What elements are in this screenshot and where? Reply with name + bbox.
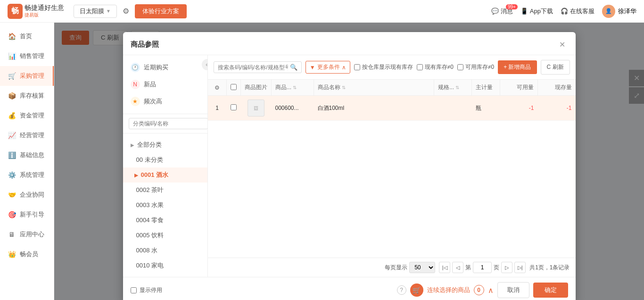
row-stock: -1 (538, 96, 576, 121)
product-search-input[interactable] (218, 64, 288, 71)
sidebar-nav: 🏠 首页 📊 销售管理 🛒 采购管理 📦 库存核算 💰 资金管理 📈 经 (0, 23, 54, 264)
chk-available[interactable]: 可用库存≠0 (457, 63, 494, 71)
sidebar: 🏠 首页 📊 销售管理 🛒 采购管理 📦 库存核算 💰 资金管理 📈 经 (0, 23, 54, 300)
cat-beverage[interactable]: 0005 饮料 (123, 228, 207, 243)
cat-uncategorized[interactable]: 00 未分类 (123, 152, 207, 167)
help-icon[interactable]: ? (397, 285, 406, 295)
finance-icon: 💰 (8, 111, 16, 120)
store-arrow-icon: ▼ (106, 8, 111, 14)
chk-by-warehouse[interactable]: 按仓库显示现有库存 (354, 63, 413, 71)
confirm-btn[interactable]: 确定 (533, 283, 568, 298)
next-page-btn[interactable]: ▷ (501, 262, 512, 273)
sidebar-item-vip[interactable]: 👑 畅会员 (0, 244, 54, 264)
table-settings-icon[interactable]: ⚙ (215, 84, 220, 91)
pagination-bar: 每页显示 50 100 200 |◁ ◁ 第 (208, 258, 576, 277)
tab-frequent[interactable]: ★ 频次高 (123, 93, 207, 110)
avatar: 👤 (602, 5, 615, 18)
cat-liquor[interactable]: ▶ 0001 酒水 (123, 167, 207, 183)
sidebar-item-guide[interactable]: 🎯 新手引导 (0, 205, 54, 225)
row-checkbox[interactable] (227, 96, 241, 121)
left-panel: « 🕐 近期购买 N 新品 ★ 频次高 (123, 55, 208, 277)
sidebar-item-purchase[interactable]: 🛒 采购管理 (0, 66, 54, 86)
page-number-input[interactable] (473, 262, 492, 273)
sidebar-item-sales[interactable]: 📊 销售管理 (0, 46, 54, 66)
cat-appliance[interactable]: 0010 家电 (123, 258, 207, 273)
new-icon: N (131, 80, 140, 89)
tab-new-product[interactable]: N 新品 (123, 76, 207, 93)
th-avail: 可用量 (500, 80, 538, 96)
cat-water[interactable]: 0008 水 (123, 243, 207, 258)
th-product-code[interactable]: 商品...⇅ (272, 80, 314, 96)
user-area[interactable]: 👤 徐泽华 (602, 5, 636, 18)
th-product-name[interactable]: 商品名称⇅ (314, 80, 434, 96)
product-table-wrap: ⚙ 商品图片 (208, 80, 576, 258)
product-image-placeholder: 🖼 (248, 100, 264, 117)
cat-snack[interactable]: 0004 零食 (123, 213, 207, 228)
logo-icon: 畅 (8, 4, 23, 19)
nav-online-service[interactable]: 🎧 在线客服 (561, 7, 594, 16)
nav-right: 💬 消息 99+ 📱 App下载 🎧 在线客服 👤 徐泽华 (491, 5, 636, 18)
message-icon: 💬 (491, 8, 499, 15)
tab-recent-purchase[interactable]: 🕐 近期购买 (123, 59, 207, 76)
sidebar-item-operations[interactable]: 📈 经营管理 (0, 125, 54, 145)
logo-sub: 捷易版 (25, 12, 64, 18)
app-center-icon: 🖥 (8, 230, 16, 239)
store-selector[interactable]: 日太阳膜 ▼ (74, 5, 117, 18)
cat-active-arrow-icon: ▶ (134, 173, 138, 178)
cart-count: 0 (474, 285, 484, 295)
cat-tea[interactable]: 0002 茶叶 (123, 183, 207, 198)
sidebar-item-collab[interactable]: 🤝 企业协同 (0, 185, 54, 205)
prev-page-btn[interactable]: ◁ (452, 262, 463, 273)
sidebar-item-app-center[interactable]: 🖥 应用中心 (0, 225, 54, 244)
select-all-checkbox[interactable] (231, 84, 237, 90)
info-icon: ℹ️ (8, 151, 16, 159)
row-product-image: 🖼 (241, 96, 272, 121)
sidebar-item-home[interactable]: 🏠 首页 (0, 26, 54, 46)
show-disabled-label[interactable]: 显示停用 (131, 286, 162, 294)
add-product-btn[interactable]: + 新增商品 (498, 60, 537, 74)
table-row[interactable]: 1 🖼 (208, 96, 576, 121)
show-disabled-checkbox[interactable] (131, 287, 137, 293)
more-filter-btn[interactable]: ▼ 更多条件 ∧ (305, 61, 350, 74)
dialog-body: « 🕐 近期购买 N 新品 ★ 频次高 (123, 55, 576, 277)
filter-icon: ▼ (310, 64, 315, 71)
sidebar-item-basic-info[interactable]: ℹ️ 基础信息 (0, 145, 54, 165)
cat-search-input[interactable] (129, 118, 208, 129)
sidebar-item-finance[interactable]: 💰 资金管理 (0, 106, 54, 125)
nav-message[interactable]: 💬 消息 99+ (491, 7, 513, 16)
mobile-icon: 📱 (520, 8, 528, 15)
dialog-close-btn[interactable]: ✕ (557, 39, 568, 50)
category-search: 🔍 (123, 114, 207, 133)
cat-all[interactable]: ▶ 全部分类 (123, 137, 207, 152)
frequent-icon: ★ (131, 97, 140, 106)
th-spec[interactable]: 规格...⇅ (434, 80, 472, 96)
sidebar-item-system[interactable]: ⚙️ 系统管理 (0, 165, 54, 185)
right-toolbar: 🔍 ▼ 更多条件 ∧ 按仓库显示现有库存 (208, 55, 576, 80)
sidebar-item-inventory[interactable]: 📦 库存核算 (0, 86, 54, 106)
last-page-btn[interactable]: ▷| (514, 262, 526, 273)
first-page-btn[interactable]: |◁ (439, 262, 450, 273)
name-sort-icon: ⇅ (342, 85, 346, 90)
trial-btn[interactable]: 体验行业方案 (135, 4, 187, 18)
nav-app-download[interactable]: 📱 App下载 (520, 7, 553, 16)
sales-icon: 📊 (8, 52, 16, 60)
per-page-dropdown[interactable]: 50 100 200 (409, 262, 435, 273)
row-unit: 瓶 (472, 96, 500, 121)
chk-has-stock[interactable]: 现有库存≠0 (417, 63, 454, 71)
product-search-icon[interactable]: 🔍 (290, 64, 297, 71)
cart-selection[interactable]: 🛒 连续选择的商品 0 (410, 283, 484, 297)
vip-icon: 👑 (8, 250, 16, 258)
refresh-btn[interactable]: C 刷新 (541, 60, 570, 75)
home-icon: 🏠 (8, 32, 16, 41)
collab-icon: 🤝 (8, 191, 16, 199)
guide-icon: 🎯 (8, 210, 16, 219)
total-info: 共1页，1条记录 (529, 264, 570, 272)
settings-icon[interactable]: ⚙ (123, 7, 129, 16)
cancel-btn[interactable]: 取消 (497, 282, 529, 298)
inventory-icon: 📦 (8, 92, 16, 100)
dialog-header: 商品参照 ✕ (123, 32, 576, 55)
th-product-image: 商品图片 (241, 80, 272, 96)
row-avail: -1 (500, 96, 538, 121)
cat-fruit[interactable]: 0003 水果 (123, 198, 207, 213)
cart-collapse-btn[interactable]: ∧ (488, 286, 494, 295)
